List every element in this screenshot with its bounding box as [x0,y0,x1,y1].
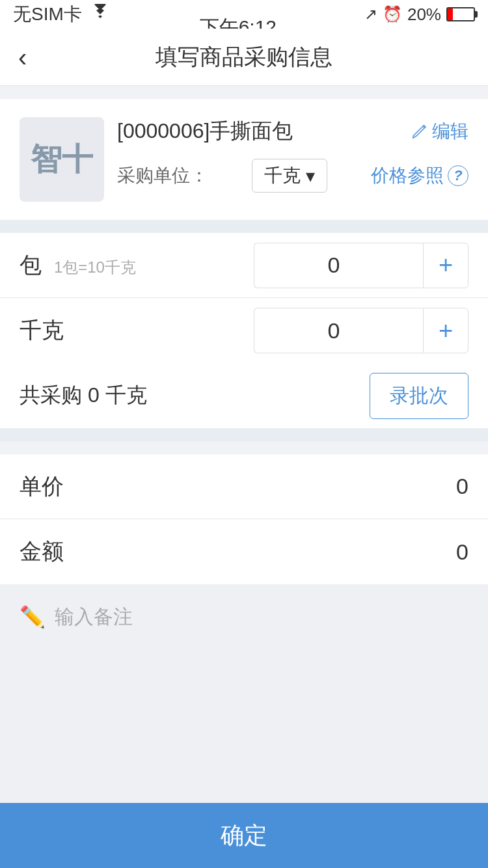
total-row: 共采购 0 千克 录批次 [0,363,488,428]
notes-placeholder: 输入备注 [55,604,133,631]
input-section: 包 1包=10千克 + 千克 + [0,233,488,363]
edit-button[interactable]: 编辑 [411,119,468,144]
bag-plus-button[interactable]: + [423,243,468,288]
bag-input-row: 包 1包=10千克 + [0,233,488,298]
bag-quantity-input[interactable] [254,243,423,288]
kg-plus-button[interactable]: + [423,308,468,353]
bag-hint: 1包=10千克 [54,258,136,276]
price-ref-button[interactable]: 价格参照 ? [371,163,468,188]
amount-value: 0 [456,539,468,565]
help-icon: ? [448,165,468,186]
product-logo: 智十 [31,139,93,180]
bag-label: 包 [20,252,42,277]
battery-icon [446,7,475,21]
page-title: 填写商品采购信息 [156,42,332,72]
unit-price-row: 单价 0 [0,454,488,519]
edit-icon [411,123,428,140]
product-name: [0000006]手撕面包 [117,117,293,146]
status-right: ↗ ⏰ 20% [364,5,475,25]
product-card: 智十 [0000006]手撕面包 编辑 采购单位： 千克 ▾ 价格参照 ? [0,99,488,220]
location-icon: ↗ [364,5,377,23]
kg-quantity-input[interactable] [254,308,423,353]
bag-input-group: + [254,243,468,288]
notes-section[interactable]: ✏️ 输入备注 [0,584,488,649]
nav-bar: ‹ 填写商品采购信息 [0,29,488,86]
carrier-label: 无SIM卡 [13,2,82,27]
pencil-icon: ✏️ [20,604,46,629]
chevron-down-icon: ▾ [306,165,315,187]
unit-price-value: 0 [456,474,468,499]
alarm-icon: ⏰ [383,5,402,23]
unit-price-label: 单价 [20,472,64,502]
amount-row: 金额 0 [0,519,488,584]
confirm-button[interactable]: 确定 [0,803,488,868]
back-button[interactable]: ‹ [18,44,27,70]
unit-selector[interactable]: 千克 ▾ [252,159,327,193]
battery-percent: 20% [407,5,441,25]
section-divider-1 [0,220,488,233]
amount-label: 金额 [20,537,64,567]
section-divider-2 [0,428,488,441]
purchase-unit-label: 采购单位： [117,163,208,188]
product-image: 智十 [20,117,104,202]
product-info: [0000006]手撕面包 编辑 采购单位： 千克 ▾ 价格参照 ? [117,117,468,193]
kg-label: 千克 [20,316,64,346]
record-batch-button[interactable]: 录批次 [370,373,468,419]
status-bar: 无SIM卡 下午6:12 ↗ ⏰ 20% [0,0,488,29]
price-section: 单价 0 金额 0 [0,454,488,584]
kg-input-group: + [254,308,468,353]
bag-label-group: 包 1包=10千克 [20,251,136,280]
kg-input-row: 千克 + [0,298,488,363]
confirm-label: 确定 [221,820,267,852]
wifi-icon [88,4,112,25]
status-left: 无SIM卡 [13,2,112,27]
total-label: 共采购 0 千克 [20,381,147,410]
